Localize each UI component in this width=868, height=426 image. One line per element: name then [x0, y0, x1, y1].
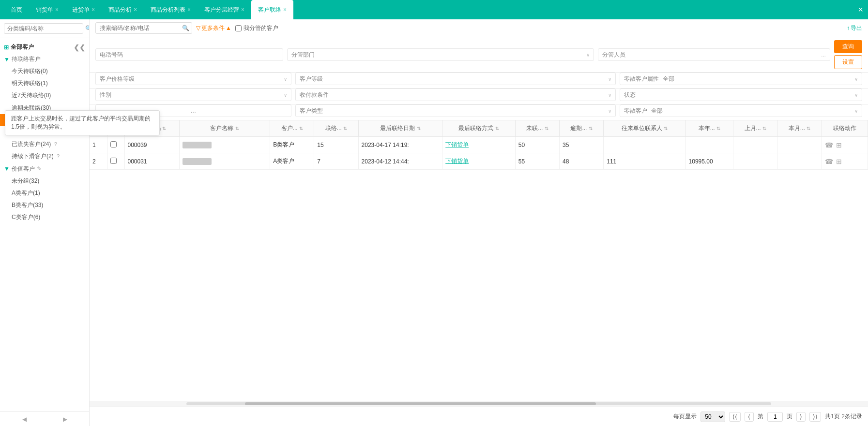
- sidebar-item-a-class[interactable]: A类客户(1): [0, 187, 89, 199]
- my-customer-checkbox-label[interactable]: 我分管的客户: [235, 24, 278, 32]
- cell-no-1: 1: [90, 137, 107, 153]
- sort-overdue-icon[interactable]: ⇅: [589, 126, 593, 131]
- action-note-icon-2[interactable]: ⊞: [836, 158, 842, 165]
- filter-retail-attr[interactable]: 零散客户属性 全部 ∨: [620, 73, 862, 85]
- col-unreached[interactable]: 未联... ⇅: [515, 120, 559, 137]
- filter-phone[interactable]: 电话号码: [95, 48, 283, 61]
- sidebar-value-section[interactable]: ▼ 价值客户 ✎: [0, 163, 89, 175]
- action-phone-icon-2[interactable]: ☎: [825, 158, 833, 165]
- sidebar-next-icon[interactable]: ▶: [63, 416, 67, 423]
- scrollbar-track[interactable]: [186, 402, 771, 405]
- main-search-icon[interactable]: 🔍: [182, 25, 189, 31]
- pag-prev-button[interactable]: ⟨: [745, 412, 754, 422]
- row-2-checkbox[interactable]: [110, 158, 117, 164]
- sidebar-search-input[interactable]: [4, 23, 83, 34]
- table-area[interactable]: ⚙ 客户编码 ⇅ 客户名称 ⇅: [90, 120, 868, 401]
- sidebar-item-already-lost[interactable]: 已流失客户(24) ?: [0, 138, 89, 150]
- sort-unit-icon[interactable]: ⇅: [664, 126, 668, 131]
- sidebar-item-declining[interactable]: 持续下滑客户(2) ?: [0, 150, 89, 162]
- nav-sales-order[interactable]: 销货单 ×: [29, 0, 65, 19]
- settings-button[interactable]: 设置: [834, 55, 862, 69]
- col-type[interactable]: 客户... ⇅: [270, 120, 314, 137]
- cell-method-1[interactable]: 下销货单: [442, 137, 516, 153]
- sort-type-icon[interactable]: ⇅: [299, 126, 303, 131]
- sort-last-date-icon[interactable]: ⇅: [417, 126, 421, 131]
- page-input[interactable]: [767, 412, 783, 422]
- nav-close-product-list[interactable]: ×: [187, 6, 191, 13]
- nav-product-analysis[interactable]: 商品分析 ×: [102, 0, 144, 19]
- col-last-method[interactable]: 最后联络方式 ⇅: [442, 120, 516, 137]
- query-button[interactable]: 查询: [834, 40, 862, 53]
- sidebar-item-tomorrow[interactable]: 明天待联络(1): [0, 77, 89, 89]
- nav-customer-segment[interactable]: 客户分层经营 ×: [198, 0, 251, 19]
- filter-customer-type[interactable]: 客户类型 ∨: [295, 104, 616, 117]
- top-nav-close-button[interactable]: ×: [858, 5, 863, 15]
- filter-payment[interactable]: 收付款条件 ∨: [295, 88, 616, 101]
- sort-contact-icon[interactable]: ⇅: [343, 126, 347, 131]
- sort-last-method-icon[interactable]: ⇅: [495, 126, 499, 131]
- my-customer-checkbox[interactable]: [235, 25, 242, 31]
- col-last-date[interactable]: 最后联络日期 ⇅: [358, 120, 442, 137]
- nav-customer-contact[interactable]: 客户联络 ×: [251, 0, 293, 19]
- col-this-year[interactable]: 本年... ⇅: [685, 120, 733, 137]
- filter-status[interactable]: 状态 ∨: [620, 88, 862, 101]
- help-icon-declining: ?: [57, 153, 60, 159]
- sort-last-month-icon[interactable]: ⇅: [762, 126, 766, 131]
- nav-home[interactable]: 首页: [4, 0, 29, 19]
- nav-close-sales[interactable]: ×: [55, 6, 59, 13]
- main-search-input[interactable]: [95, 22, 192, 34]
- nav-close-segment[interactable]: ×: [241, 6, 244, 13]
- cell-method-2[interactable]: 下销货单: [442, 153, 516, 170]
- sidebar-section-pending[interactable]: ▼ 待联络客户: [0, 53, 89, 65]
- filter-customer-level[interactable]: 客户等级 ∨: [295, 73, 616, 85]
- sidebar-search-icon[interactable]: 🔍: [85, 25, 90, 32]
- sort-code-icon[interactable]: ⇅: [162, 126, 166, 131]
- col-last-method-label: 最后联络方式: [458, 125, 493, 132]
- scrollbar-thumb[interactable]: [245, 402, 596, 405]
- nav-close-product-analysis[interactable]: ×: [134, 6, 137, 13]
- filter-price-level[interactable]: 客户价格等级 ∨: [95, 73, 291, 85]
- col-this-month[interactable]: 本月... ⇅: [777, 120, 822, 137]
- nav-product-list[interactable]: 商品分析列表 ×: [144, 0, 198, 19]
- sidebar-item-c-class[interactable]: C类客户(6): [0, 211, 89, 223]
- horizontal-scrollbar[interactable]: [90, 401, 868, 407]
- row-1-checkbox[interactable]: [110, 141, 117, 147]
- sidebar-all-customers[interactable]: ⊞ 全部客户 ❮❮: [0, 41, 89, 53]
- col-contact[interactable]: 联络... ⇅: [314, 120, 358, 137]
- sidebar-item-7days[interactable]: 近7天待联络(0): [0, 89, 89, 102]
- action-phone-icon-1[interactable]: ☎: [825, 141, 833, 149]
- more-conditions-button[interactable]: ▽ 更多条件 ▲: [196, 24, 231, 32]
- caret-payment-icon: ∨: [608, 92, 611, 98]
- sidebar-item-unclassified[interactable]: 未分组(32): [0, 175, 89, 187]
- filter-manager[interactable]: 分管人员 …: [598, 48, 830, 61]
- sidebar-prev-icon[interactable]: ◀: [22, 416, 27, 423]
- nav-close-purchase[interactable]: ×: [91, 6, 95, 13]
- pag-last-button[interactable]: ⟩⟩: [809, 412, 821, 422]
- sort-unreached-icon[interactable]: ⇅: [545, 126, 548, 131]
- cell-lastmonth-1: [733, 137, 777, 153]
- per-page-select[interactable]: 50 20 100: [700, 411, 725, 422]
- sort-this-month-icon[interactable]: ⇅: [807, 126, 810, 131]
- nav-close-contact[interactable]: ×: [283, 6, 287, 13]
- sidebar-item-today[interactable]: 今天待联络(0): [0, 65, 89, 77]
- sort-year-icon[interactable]: ⇅: [716, 126, 720, 131]
- filter-gender[interactable]: 性别 ∨: [95, 88, 291, 101]
- pag-first-button[interactable]: ⟨⟨: [729, 412, 741, 422]
- sort-name-icon[interactable]: ⇅: [235, 126, 239, 131]
- export-button[interactable]: ↑ 导出: [847, 24, 862, 32]
- action-note-icon-1[interactable]: ⊞: [836, 141, 842, 149]
- col-overdue[interactable]: 逾期... ⇅: [560, 120, 604, 137]
- filter-retail-customer[interactable]: 零散客户 全部 ∨: [620, 104, 862, 117]
- pag-next-button[interactable]: ⟩: [796, 412, 806, 422]
- nav-purchase-order[interactable]: 进货单 ×: [65, 0, 102, 19]
- pagination: 每页显示 50 20 100 ⟨⟨ ⟨ 第 页 ⟩ ⟩⟩ 共1页 2条记录: [90, 407, 868, 426]
- sidebar-collapse-icon[interactable]: ❮❮: [74, 44, 85, 51]
- col-name[interactable]: 客户名称 ⇅: [179, 120, 270, 137]
- last-method-link-1[interactable]: 下销货单: [445, 141, 469, 148]
- col-last-month[interactable]: 上月... ⇅: [733, 120, 777, 137]
- filter-department[interactable]: 分管部门 ∨: [287, 48, 594, 61]
- col-unit-contact[interactable]: 往来单位联系人 ⇅: [604, 120, 685, 137]
- sidebar-item-b-class[interactable]: B类客户(33): [0, 199, 89, 211]
- last-method-link-2[interactable]: 下销货单: [445, 158, 469, 164]
- edit-value-icon[interactable]: ✎: [37, 165, 42, 172]
